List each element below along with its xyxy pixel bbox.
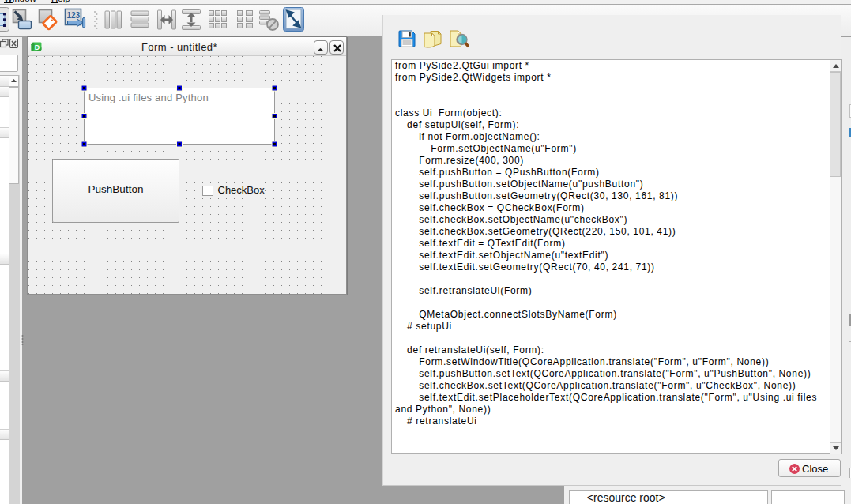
svg-text:123: 123	[67, 11, 81, 20]
